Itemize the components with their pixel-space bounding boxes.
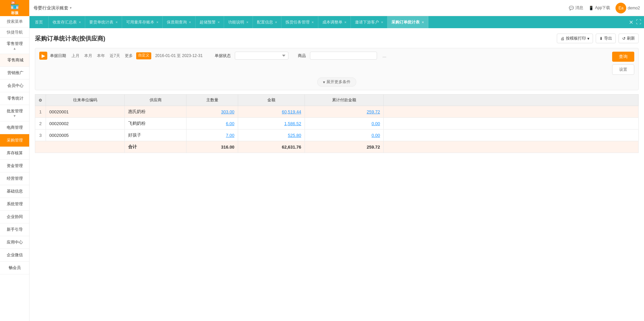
tab-home[interactable]: 首页	[30, 16, 49, 28]
avatar: Ea	[615, 3, 626, 13]
row-qty[interactable]: 303.00	[186, 106, 238, 118]
data-table: ⚙ 往来单位编码 供应商 主数量 金额 累计付款金额 1 00020001 惠氏…	[35, 94, 639, 153]
row-amount[interactable]: 1,586.52	[238, 118, 305, 129]
sidebar-item-retail-stat[interactable]: 零售统计	[0, 92, 29, 105]
tab-shoufahui[interactable]: 收发存汇总表 ×	[49, 16, 85, 28]
table-body: 1 00020001 惠氏奶粉 303.00 60,519.44 259.72 …	[35, 106, 639, 141]
tab-gongneng[interactable]: 功能说明 ×	[224, 16, 253, 28]
sidebar-item-base[interactable]: 基础信息	[0, 185, 29, 198]
row-paid[interactable]: 0.00	[305, 129, 384, 141]
goods-input[interactable]	[310, 52, 377, 60]
status-select[interactable]	[235, 52, 288, 60]
close-tab-baoquan[interactable]: ×	[189, 20, 191, 24]
tab-yaoqing[interactable]: 邀请下游客户 ×	[351, 16, 387, 28]
row-paid[interactable]: 259.72	[305, 106, 384, 118]
table-row: 1 00020001 惠氏奶粉 303.00 60,519.44 259.72	[35, 106, 639, 118]
shortcut-this-month[interactable]: 本月	[83, 52, 94, 59]
chevron-down-icon: ▾	[323, 80, 325, 85]
row-qty[interactable]: 6.00	[186, 118, 238, 129]
close-tab-yaoqing[interactable]: ×	[381, 20, 383, 24]
tab-yaohuo[interactable]: 要货单统计表 ×	[85, 16, 122, 28]
row-supplier: 飞鹤奶粉	[124, 118, 186, 129]
row-code: 00020002	[46, 118, 125, 129]
row-paid[interactable]: 0.00	[305, 118, 384, 129]
sidebar-item-search[interactable]: 搜索菜单	[0, 16, 29, 28]
sidebar-item-finance[interactable]: 资金管理	[0, 160, 29, 172]
sidebar-item-corp[interactable]: 企业协同	[0, 211, 29, 223]
message-btn[interactable]: 💬 消息	[569, 5, 583, 11]
row-amount[interactable]: 525.80	[238, 129, 305, 141]
close-tab-chaochuyujing[interactable]: ×	[218, 20, 220, 24]
app-download-label: App下载	[595, 5, 610, 11]
workspace-arrow-icon: ▾	[70, 6, 72, 10]
sidebar-item-wechat[interactable]: 企业微信	[0, 249, 29, 262]
message-icon: 💬	[569, 6, 574, 10]
page-title: 采购订单统计表(按供应商)	[35, 35, 105, 43]
print-button[interactable]: 🖨 按模板打印 ▾	[557, 34, 593, 43]
query-area: 查询 设置	[612, 52, 634, 75]
sidebar-item-retail-shop[interactable]: 零售商城	[0, 54, 29, 67]
tab-chaochuyujing[interactable]: 超储预警 ×	[196, 16, 224, 28]
shortcut-7days[interactable]: 近7天	[108, 52, 121, 59]
sidebar-item-inventory[interactable]: 库存核算	[0, 147, 29, 160]
custom-date-tag[interactable]: 自定义	[136, 52, 151, 59]
date-range-display: 2016-01-01 至 2023-12-31	[155, 53, 203, 59]
shortcut-this-year[interactable]: 本年	[96, 52, 106, 59]
tab-peizhi[interactable]: 配置信息 ×	[253, 16, 281, 28]
row-qty[interactable]: 7.00	[186, 129, 238, 141]
tab-caigou[interactable]: 采购订单统计表 ×	[387, 16, 428, 28]
row-amount[interactable]: 60,519.44	[238, 106, 305, 118]
arrow-right-icon: ▶	[42, 53, 45, 58]
close-tab-yaohuo[interactable]: ×	[115, 20, 117, 24]
sidebar-item-sys[interactable]: 系统管理	[0, 198, 29, 211]
fullscreen-icon[interactable]: ⛶	[636, 19, 641, 25]
more-options-icon[interactable]: ...	[381, 53, 388, 58]
tab-chengben[interactable]: 成本调整单 ×	[318, 16, 351, 28]
sidebar-item-batch[interactable]: 批发管理 ▼	[0, 105, 29, 121]
chevron-up-icon: ▲	[13, 47, 16, 50]
table-col-gear[interactable]: ⚙	[35, 95, 46, 106]
goods-filter-label: 商品	[298, 53, 306, 59]
shortcut-last-month[interactable]: 上月	[70, 52, 81, 59]
sidebar-item-purchase[interactable]: 采购管理	[0, 134, 29, 147]
expand-conditions-btn[interactable]: ▾ 展开更多条件	[317, 77, 356, 87]
table-col-qty: 主数量	[186, 95, 238, 106]
workspace-selector[interactable]: 母婴行业演示账套 ▾	[34, 5, 72, 11]
close-tab-shoufahui[interactable]: ×	[79, 20, 81, 24]
sidebar-item-ops[interactable]: 经营管理	[0, 172, 29, 185]
close-tab-chengben[interactable]: ×	[344, 20, 346, 24]
tab-keyongliang[interactable]: 可用量库存账本 ×	[122, 16, 163, 28]
sidebar-item-appstore[interactable]: 应用中心	[0, 236, 29, 249]
footer-paid: 259.72	[305, 141, 384, 153]
app-download-btn[interactable]: 📱 App下载	[589, 5, 610, 11]
sidebar-item-newbie[interactable]: 新手引导	[0, 223, 29, 236]
filter-top-row: ▶ 单据日期 上月 本月 本年 近7天 更多 自定义	[39, 52, 634, 75]
top-bar: 母婴行业演示账套 ▾ 💬 消息 📱 App下载 Ea demo2	[30, 0, 644, 16]
tab-baoquan[interactable]: 保质期查询 ×	[163, 16, 195, 28]
sidebar-item-vip[interactable]: 畅会员	[0, 262, 29, 274]
refresh-button[interactable]: ↺ 刷新	[619, 34, 639, 43]
close-tab-caigou[interactable]: ×	[422, 20, 424, 24]
filter-toggle-btn[interactable]: ▶	[39, 52, 47, 60]
close-tab-gongneng[interactable]: ×	[246, 20, 248, 24]
query-button[interactable]: 查询	[612, 52, 634, 62]
user-profile[interactable]: Ea demo2	[615, 3, 640, 13]
shortcut-more-dates[interactable]: 更多	[123, 52, 134, 59]
row-extra	[384, 118, 639, 129]
message-label: 消息	[575, 5, 583, 11]
export-button[interactable]: ⬇ 导出	[596, 34, 616, 43]
close-tab-keyongliang[interactable]: ×	[156, 20, 158, 24]
close-tab-peizhi[interactable]: ×	[275, 20, 277, 24]
close-tab-tuohuo[interactable]: ×	[312, 20, 314, 24]
settings-button[interactable]: 设置	[612, 64, 634, 75]
sidebar-item-retail[interactable]: 零售管理 ▲	[0, 38, 29, 54]
sidebar-item-marketing[interactable]: 营销推广	[0, 67, 29, 79]
sidebar-item-ecom[interactable]: 电商管理	[0, 121, 29, 134]
row-no: 3	[35, 129, 46, 141]
sidebar-item-nav[interactable]: 快捷导航	[0, 28, 29, 38]
date-filter-label: 单据日期	[50, 53, 66, 59]
page-actions: 🖨 按模板打印 ▾ ⬇ 导出 ↺ 刷新	[557, 34, 639, 43]
close-all-tabs-icon[interactable]: ✕	[629, 19, 633, 25]
sidebar-item-member[interactable]: 会员中心	[0, 79, 29, 92]
tab-tuohuo[interactable]: 拣货任务管理 ×	[281, 16, 318, 28]
